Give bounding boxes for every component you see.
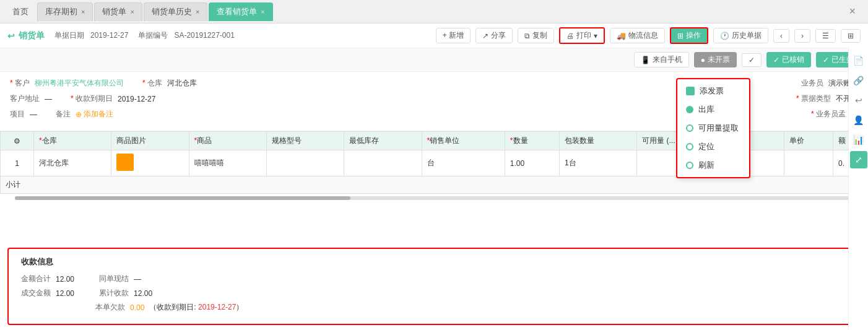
total-label: 金额合计 bbox=[21, 274, 51, 284]
current-due-field: 本单欠款 0.00 （收款到期日: 2019-12-27） bbox=[95, 302, 243, 313]
window-close-button[interactable]: × bbox=[841, 5, 863, 18]
total-value: 12.00 bbox=[56, 275, 74, 284]
sidebar-return-icon[interactable]: ↩ bbox=[850, 92, 867, 109]
right-sidebar: 📄 🔗 ↩ 👤 📊 ⤢ bbox=[848, 47, 868, 330]
print-button[interactable]: 🖨 打印 ▾ bbox=[559, 27, 605, 44]
transaction-label: 成交金额 bbox=[21, 288, 51, 298]
transaction-value: 12.00 bbox=[56, 289, 74, 298]
subtotal-cell: 小计 bbox=[1, 176, 868, 194]
outbound-icon bbox=[686, 106, 693, 113]
add-invoice-icon bbox=[686, 87, 695, 95]
sidebar-chart-icon[interactable]: 📊 bbox=[850, 131, 867, 149]
sold-out-icon: ✓ bbox=[773, 56, 779, 64]
close-sales-order[interactable]: × bbox=[130, 8, 134, 15]
operation-button[interactable]: ⊞ 操作 bbox=[670, 27, 708, 44]
subtotal-row: 小计 bbox=[1, 176, 868, 194]
new-button[interactable]: + 新增 bbox=[436, 28, 471, 43]
due-date-note: （收款到期日: 2019-12-27） bbox=[149, 302, 243, 313]
col-product-img: 商品图片 bbox=[111, 132, 189, 150]
history-button[interactable]: 🕐 历史单据 bbox=[713, 28, 768, 43]
row-no: 1 bbox=[1, 150, 34, 176]
check-button[interactable]: ✓ bbox=[742, 53, 762, 67]
nav-next[interactable]: › bbox=[794, 29, 810, 43]
tab-inventory-init[interactable]: 库存期初 × bbox=[37, 2, 93, 21]
close-inventory-init[interactable]: × bbox=[81, 8, 85, 15]
row-warehouse: 河北仓库 bbox=[33, 150, 111, 176]
sidebar-doc-icon[interactable]: 📄 bbox=[850, 52, 867, 69]
ticket-icon: ● bbox=[701, 56, 705, 64]
date-label: 单据日期 2019-12-27 bbox=[54, 30, 128, 41]
logistics-button[interactable]: 🚚 物流信息 bbox=[610, 28, 665, 43]
col-setting: ⚙ bbox=[1, 132, 34, 150]
refresh-icon bbox=[686, 162, 693, 169]
close-view-sales[interactable]: × bbox=[261, 8, 264, 15]
sidebar-user-icon[interactable]: 👤 bbox=[850, 111, 867, 129]
payment-date-value: 2019-12-27 bbox=[118, 95, 155, 103]
history-icon: 🕐 bbox=[720, 32, 729, 40]
row-unit-price bbox=[784, 150, 833, 176]
payment-row-3: 本单欠款 0.00 （收款到期日: 2019-12-27） bbox=[21, 302, 847, 313]
row-sales-unit: 台 bbox=[422, 150, 505, 176]
close-sales-history[interactable]: × bbox=[196, 8, 199, 15]
copy-icon: ⧉ bbox=[524, 32, 530, 40]
view-grid[interactable]: ⊞ bbox=[841, 29, 861, 43]
logistics-icon: 🚚 bbox=[617, 32, 626, 40]
locate-item[interactable]: 定位 bbox=[677, 137, 749, 156]
row-quantity: 1.00 bbox=[505, 150, 559, 176]
current-due-value: 0.00 bbox=[130, 303, 144, 312]
project-label: 项目 bbox=[10, 109, 25, 119]
tab-home[interactable]: 首页 bbox=[5, 2, 36, 21]
share-button[interactable]: ↗ 分享 bbox=[475, 28, 513, 43]
tab-sales-history[interactable]: 销货单历史 × bbox=[144, 2, 207, 21]
tab-history-label: 销货单历史 bbox=[152, 6, 192, 17]
tab-home-label: 首页 bbox=[12, 6, 28, 17]
add-note-icon: ⊕ bbox=[76, 110, 82, 119]
copy-button[interactable]: ⧉ 复制 bbox=[518, 28, 554, 43]
current-due-label: 本单欠款 bbox=[95, 302, 125, 313]
tab-view-sales[interactable]: 查看销货单 × bbox=[209, 2, 272, 21]
doc-icon: ↩ bbox=[7, 31, 15, 41]
check-icon: ✓ bbox=[749, 56, 755, 64]
transaction-field: 成交金额 12.00 bbox=[21, 288, 74, 298]
notes-field: 备注 ⊕ 添加备注 bbox=[56, 109, 113, 119]
add-invoice-item[interactable]: 添发票 bbox=[677, 82, 749, 100]
single-settle-label: 同单现结 bbox=[99, 274, 129, 284]
tab-view-label: 查看销货单 bbox=[217, 6, 257, 17]
staff-label: 业务员 bbox=[801, 78, 823, 89]
project-value: — bbox=[30, 110, 37, 119]
nav-prev[interactable]: ‹ bbox=[773, 29, 789, 43]
tab-inventory-label: 库存期初 bbox=[45, 6, 77, 17]
payment-section: 收款信息 金额合计 12.00 同单现结 — 成交金额 12.00 累计收款 1… bbox=[7, 248, 861, 325]
row-min-stock bbox=[344, 150, 422, 176]
not-open-button[interactable]: ● 未开票 bbox=[694, 52, 737, 67]
outbound-item[interactable]: 出库 bbox=[677, 100, 749, 119]
effective-icon: ✓ bbox=[823, 56, 829, 64]
from-phone-button[interactable]: 📱 来自手机 bbox=[634, 52, 689, 67]
refresh-item[interactable]: 刷新 bbox=[677, 156, 749, 175]
cumulative-label: 累计收款 bbox=[99, 288, 129, 298]
available-qty-item[interactable]: 可用量提取 bbox=[677, 119, 749, 137]
tab-sales-order[interactable]: 销货单 × bbox=[94, 2, 142, 21]
sidebar-link-icon[interactable]: 🔗 bbox=[850, 72, 867, 89]
payment-title: 收款信息 bbox=[21, 256, 847, 267]
cumulative-field: 累计收款 12.00 bbox=[99, 288, 152, 298]
sidebar-expand-icon[interactable]: ⤢ bbox=[850, 151, 867, 168]
locate-label: 定位 bbox=[698, 141, 714, 152]
number-label: 单据编号 SA-20191227-001 bbox=[138, 30, 234, 41]
sold-out-button[interactable]: ✓ 已核销 bbox=[766, 52, 811, 67]
customer-value[interactable]: 柳州粤港平安气体有限公司 bbox=[35, 78, 124, 89]
view-list[interactable]: ☰ bbox=[815, 29, 836, 43]
phone-icon: 📱 bbox=[641, 56, 650, 64]
add-note-button[interactable]: ⊕ 添加备注 bbox=[76, 109, 113, 119]
address-field: 客户地址 — bbox=[10, 93, 52, 104]
customer-label: * 客户 bbox=[10, 78, 30, 89]
payment-date-label: * 收款到期日 bbox=[71, 93, 113, 104]
refresh-label: 刷新 bbox=[698, 160, 714, 171]
print-icon: 🖨 bbox=[566, 32, 574, 40]
scroll-bar[interactable] bbox=[15, 196, 853, 200]
single-settle-field: 同单现结 — bbox=[99, 274, 141, 284]
ticket-label: * 票据类型 bbox=[796, 93, 831, 104]
col-product: *商品 bbox=[189, 132, 266, 150]
payment-date-field: * 收款到期日 2019-12-27 bbox=[71, 93, 155, 104]
address-label: 客户地址 bbox=[10, 93, 40, 104]
